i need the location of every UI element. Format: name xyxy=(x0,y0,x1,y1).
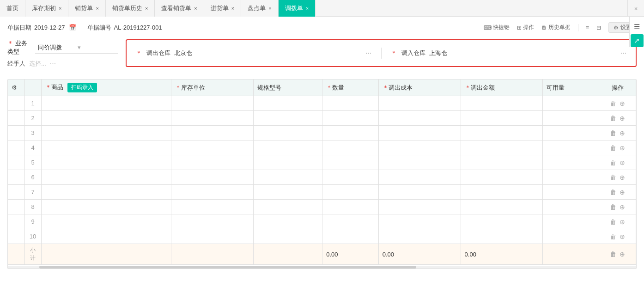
row-cost-5[interactable] xyxy=(378,155,461,170)
row-spec-5[interactable] xyxy=(253,155,322,170)
row-amount-10[interactable] xyxy=(461,229,543,244)
row-quantity-10[interactable] xyxy=(322,229,378,244)
delete-row-icon[interactable]: 🗑 xyxy=(610,144,616,152)
tab-sales-history-close[interactable]: × xyxy=(145,6,148,11)
row-unit-9[interactable] xyxy=(171,214,253,229)
operation-btn[interactable]: ⊞ 操作 xyxy=(517,24,534,31)
biz-type-select[interactable]: 同价调拨 ▾ xyxy=(35,42,118,54)
delete-row-icon[interactable]: 🗑 xyxy=(610,233,616,240)
copy-row-icon[interactable]: ⊕ xyxy=(620,189,625,196)
copy-row-icon[interactable]: ⊕ xyxy=(620,174,625,181)
copy-row-icon[interactable]: ⊕ xyxy=(620,144,625,152)
row-product-7[interactable] xyxy=(41,185,171,200)
row-quantity-5[interactable] xyxy=(322,155,378,170)
row-cost-10[interactable] xyxy=(378,229,461,244)
row-product-2[interactable] xyxy=(41,111,171,126)
sidebar-list-icon[interactable]: ☰ xyxy=(631,20,644,33)
row-amount-7[interactable] xyxy=(461,185,543,200)
tab-transfer-order-close[interactable]: × xyxy=(306,6,309,11)
row-product-10[interactable] xyxy=(41,229,171,244)
row-spec-4[interactable] xyxy=(253,140,322,155)
row-unit-6[interactable] xyxy=(171,170,253,185)
copy-row-icon[interactable]: ⊕ xyxy=(620,203,625,211)
row-amount-6[interactable] xyxy=(461,170,543,185)
row-cost-4[interactable] xyxy=(378,140,461,155)
manager-select[interactable]: 选择... xyxy=(29,60,46,68)
manager-more-icon[interactable]: ··· xyxy=(50,60,56,68)
copy-row-icon[interactable]: ⊕ xyxy=(620,233,625,240)
delete-row-icon[interactable]: 🗑 xyxy=(610,100,616,107)
row-amount-2[interactable] xyxy=(461,111,543,126)
row-cost-6[interactable] xyxy=(378,170,461,185)
row-product-6[interactable] xyxy=(41,170,171,185)
row-unit-10[interactable] xyxy=(171,229,253,244)
row-spec-9[interactable] xyxy=(253,214,322,229)
row-unit-1[interactable] xyxy=(171,96,253,111)
row-quantity-1[interactable] xyxy=(322,96,378,111)
delete-row-icon[interactable]: 🗑 xyxy=(610,159,616,166)
row-amount-9[interactable] xyxy=(461,214,543,229)
shortcut-key-btn[interactable]: ⌨ 快捷键 xyxy=(484,24,510,31)
tab-home[interactable]: 首页 xyxy=(0,0,25,17)
row-quantity-7[interactable] xyxy=(322,185,378,200)
tab-sales-order[interactable]: 销货单 × xyxy=(68,0,105,17)
table-scroll-area[interactable]: ⚙ ＊商品 扫码录入 ＊库存单位 规格型号 ＊数量 ＊调出成本 ＊调出金额 可用… xyxy=(8,79,636,265)
row-quantity-2[interactable] xyxy=(322,111,378,126)
delete-row-icon[interactable]: 🗑 xyxy=(610,203,616,211)
row-spec-3[interactable] xyxy=(253,126,322,140)
row-unit-5[interactable] xyxy=(171,155,253,170)
row-unit-4[interactable] xyxy=(171,140,253,155)
horizontal-scrollbar[interactable] xyxy=(39,266,416,269)
warehouse-out-more-icon[interactable]: ··· xyxy=(365,49,371,57)
tab-view-sales-close[interactable]: × xyxy=(194,6,197,11)
tab-window-close[interactable]: × xyxy=(627,0,644,17)
row-spec-1[interactable] xyxy=(253,96,322,111)
tab-purchase-order-close[interactable]: × xyxy=(231,6,234,11)
tab-inventory-check-close[interactable]: × xyxy=(268,6,271,11)
history-btn[interactable]: 🗎 历史单据 xyxy=(541,24,571,31)
row-cost-3[interactable] xyxy=(378,126,461,140)
row-amount-3[interactable] xyxy=(461,126,543,140)
row-spec-2[interactable] xyxy=(253,111,322,126)
delete-row-icon[interactable]: 🗑 xyxy=(610,129,616,137)
row-quantity-3[interactable] xyxy=(322,126,378,140)
row-product-1[interactable] xyxy=(41,96,171,111)
row-product-4[interactable] xyxy=(41,140,171,155)
scan-input-button[interactable]: 扫码录入 xyxy=(67,83,97,92)
tab-purchase-order[interactable]: 进货单 × xyxy=(204,0,241,17)
row-quantity-8[interactable] xyxy=(322,200,378,214)
row-amount-1[interactable] xyxy=(461,96,543,111)
row-product-8[interactable] xyxy=(41,200,171,214)
gear-col-header[interactable]: ⚙ xyxy=(8,79,24,96)
row-spec-6[interactable] xyxy=(253,170,322,185)
delete-row-icon[interactable]: 🗑 xyxy=(610,218,616,226)
row-cost-7[interactable] xyxy=(378,185,461,200)
layout-list-btn[interactable]: ≡ xyxy=(586,24,589,31)
tab-inventory-check[interactable]: 盘点单 × xyxy=(241,0,278,17)
row-spec-10[interactable] xyxy=(253,229,322,244)
row-unit-7[interactable] xyxy=(171,185,253,200)
row-quantity-9[interactable] xyxy=(322,214,378,229)
row-unit-3[interactable] xyxy=(171,126,253,140)
copy-row-icon[interactable]: ⊕ xyxy=(620,159,625,166)
row-amount-5[interactable] xyxy=(461,155,543,170)
row-amount-4[interactable] xyxy=(461,140,543,155)
row-cost-9[interactable] xyxy=(378,214,461,229)
row-cost-1[interactable] xyxy=(378,96,461,111)
delete-row-icon[interactable]: 🗑 xyxy=(610,189,616,196)
copy-row-icon[interactable]: ⊕ xyxy=(620,115,625,122)
sidebar-export-icon[interactable]: ↗ xyxy=(631,34,644,47)
row-quantity-6[interactable] xyxy=(322,170,378,185)
warehouse-in-more-icon[interactable]: ··· xyxy=(620,49,626,57)
tab-sales-order-close[interactable]: × xyxy=(96,6,98,11)
row-product-5[interactable] xyxy=(41,155,171,170)
tab-sales-history[interactable]: 销货单历史 × xyxy=(106,0,155,17)
row-spec-7[interactable] xyxy=(253,185,322,200)
row-product-3[interactable] xyxy=(41,126,171,140)
copy-row-icon[interactable]: ⊕ xyxy=(620,218,625,226)
row-cost-8[interactable] xyxy=(378,200,461,214)
row-unit-8[interactable] xyxy=(171,200,253,214)
tab-view-sales[interactable]: 查看销货单 × xyxy=(155,0,204,17)
tab-transfer-order[interactable]: 调拨单 × xyxy=(279,0,316,17)
row-amount-8[interactable] xyxy=(461,200,543,214)
